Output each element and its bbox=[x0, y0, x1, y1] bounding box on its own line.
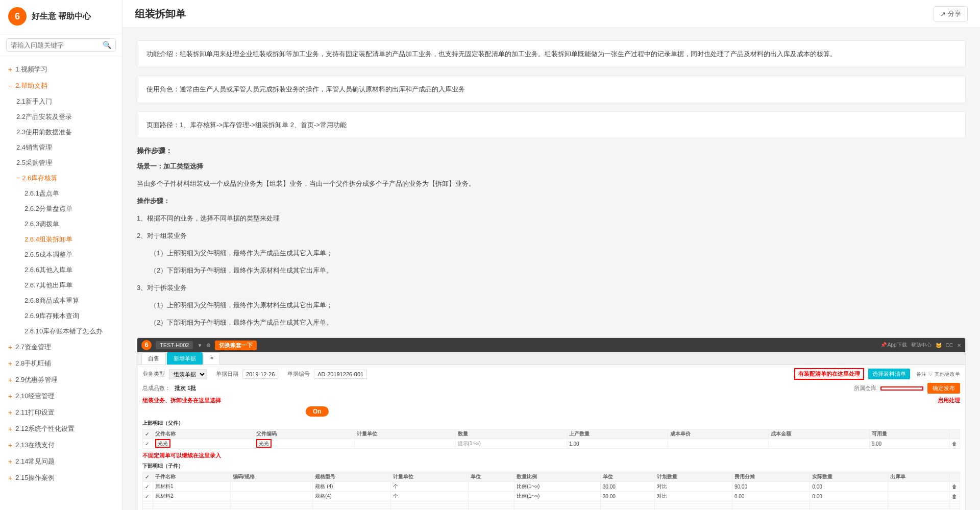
main-area: 组装拆卸单 ↗ 分享 功能介绍：组装拆卸单用来处理企业组装或拆卸等加工业务，支持… bbox=[122, 0, 980, 510]
screenshot-logo: 6 bbox=[141, 340, 152, 350]
intro-text-1: 功能介绍：组装拆卸单用来处理企业组装或拆卸等加工业务，支持有固定装配清单的产品加… bbox=[146, 50, 837, 58]
scene1-heading: 场景一：加工类型选择 bbox=[137, 160, 966, 173]
page-title: 组装拆卸单 bbox=[135, 7, 186, 21]
screenshot-lower-table: ✓ 子件名称 编码/规格 规格型号 计量单位 单位 数量比例 单位 计划数量 费… bbox=[142, 472, 960, 510]
sidebar-item-stock8[interactable]: 2.6.8商品成本重算 bbox=[0, 293, 122, 308]
screenshot-tab-list: 自售 bbox=[141, 352, 166, 365]
sidebar-item-faq[interactable]: + 2.14常见问题 bbox=[0, 453, 122, 470]
sidebar-item-stock7[interactable]: 2.6.7其他出库单 bbox=[0, 278, 122, 293]
sidebar-item-online[interactable]: + 2.13在线支付 bbox=[0, 437, 122, 453]
screenshot-confirm-btn[interactable]: 确定发布 bbox=[927, 383, 960, 394]
sidebar-item-print[interactable]: + 2.11打印设置 bbox=[0, 404, 122, 421]
sidebar-item-system[interactable]: + 2.12系统个性化设置 bbox=[0, 421, 122, 437]
screenshot-label-date: 单据日期 bbox=[216, 370, 238, 378]
screenshot-annotation-top: 有装配清单的在这里处理 bbox=[794, 368, 864, 380]
step2: 2、对于组装业务 bbox=[137, 229, 966, 242]
sidebar-item-video[interactable]: + 1.视频学习 bbox=[0, 61, 122, 78]
screenshot-annotation-bottom: 不固定清单可以继续在这里录入 bbox=[142, 452, 960, 459]
screenshot-no-value: AD-20191226-001 bbox=[314, 370, 367, 379]
screenshot-lower-table-label: 下部明细（子件） bbox=[142, 463, 960, 470]
scene1-desc: 当由多个子件材料组装成一个成品的业务为【组装】业务，当由一个父件拆分成多个子产品… bbox=[137, 177, 966, 190]
steps-sub-heading: 操作步骤： bbox=[137, 195, 966, 208]
sidebar-item-stock1[interactable]: 2.6.1盘点单 bbox=[0, 186, 122, 201]
search-area: 🔍 bbox=[0, 33, 122, 57]
sidebar-item-finance[interactable]: + 2.7资金管理 bbox=[0, 339, 122, 355]
sidebar-item-label: 2.帮助文档 bbox=[15, 81, 47, 90]
nav-list: + 1.视频学习 − 2.帮助文档 2.1新手入门 2.2产品安装及登录 2.3… bbox=[0, 57, 122, 510]
sidebar-item-install[interactable]: 2.2产品安装及登录 bbox=[0, 109, 122, 125]
screenshot-app-name: TEST-H002 bbox=[156, 341, 193, 349]
expand-icon: + bbox=[8, 65, 12, 74]
step1: 1、根据不同的业务，选择不同单据的类型来处理 bbox=[137, 212, 966, 225]
share-button[interactable]: ↗ 分享 bbox=[934, 6, 968, 21]
screenshot-tab-extra: × bbox=[204, 352, 220, 365]
screenshot-label-warehouse: 所属仓库 bbox=[854, 384, 876, 392]
expand-icon: + bbox=[8, 376, 12, 384]
expand-icon: + bbox=[8, 392, 12, 400]
sidebar-item-mobile[interactable]: + 2.8手机旺铺 bbox=[0, 355, 122, 372]
screenshot-label-no: 单据编号 bbox=[287, 370, 310, 378]
screenshot-qty-value: 批次 1批 bbox=[175, 384, 196, 392]
topbar: 组装拆卸单 ↗ 分享 bbox=[122, 0, 980, 28]
screenshot-warehouse-input[interactable] bbox=[880, 386, 923, 391]
screenshot-switch-btn: 切换账套一下 bbox=[215, 341, 257, 350]
sidebar-item-stock9[interactable]: 2.6.9库存账本查询 bbox=[0, 308, 122, 324]
expand-icon: + bbox=[8, 457, 12, 466]
expand-icon: + bbox=[8, 425, 12, 433]
step3: 3、对于拆装业务 bbox=[137, 281, 966, 295]
intro-text-2: 使用角色：通常由生产人员或库管人员完成拆装业务的操作，库管人员确认原材料的出库和… bbox=[146, 85, 465, 93]
intro-block-2: 使用角色：通常由生产人员或库管人员完成拆装业务的操作，库管人员确认原材料的出库和… bbox=[137, 76, 966, 103]
expand-icon: + bbox=[8, 474, 12, 482]
breadcrumb-block: 页面路径：1、库存核算->库存管理->组装拆卸单 2、首页->常用功能 bbox=[137, 111, 966, 138]
sidebar-item-stock6[interactable]: 2.6.6其他入库单 bbox=[0, 262, 122, 278]
search-input[interactable] bbox=[11, 41, 103, 49]
app-title: 好生意 帮助中心 bbox=[32, 11, 91, 22]
sidebar-item-stock2[interactable]: 2.6.2分量盘点单 bbox=[0, 201, 122, 216]
sidebar-item-new[interactable]: 2.1新手入门 bbox=[0, 94, 122, 109]
content-area: 功能介绍：组装拆卸单用来处理企业组装或拆卸等加工业务，支持有固定装配清单的产品加… bbox=[122, 28, 980, 510]
screenshot-btn-clear[interactable]: 选择装料清单 bbox=[868, 369, 910, 379]
search-icon[interactable]: 🔍 bbox=[103, 41, 111, 49]
logo-icon: 6 bbox=[8, 7, 27, 26]
expand-icon: + bbox=[8, 408, 12, 417]
screenshot-toggle-on[interactable]: On bbox=[306, 406, 329, 417]
sidebar-item-stock10[interactable]: 2.6.10库存账本错了怎么办 bbox=[0, 324, 122, 339]
search-box[interactable]: 🔍 bbox=[6, 38, 116, 52]
sidebar-item-purchase[interactable]: 2.5采购管理 bbox=[0, 155, 122, 171]
sidebar: 6 好生意 帮助中心 🔍 + 1.视频学习 − 2.帮助文档 2.1新手入门 2… bbox=[0, 0, 122, 510]
sidebar-item-stock5[interactable]: 2.6.5成本调整单 bbox=[0, 247, 122, 262]
sidebar-item-data[interactable]: 2.3使用前数据准备 bbox=[0, 125, 122, 140]
screenshot: 6 TEST-H002 ▼ ⚙ 切换账套一下 📌 App下载 帮助中心 🐱 CC… bbox=[137, 337, 966, 510]
sidebar-item-label: 1.视频学习 bbox=[15, 65, 47, 74]
sidebar-item-stock4[interactable]: 2.6.4组装拆卸单 bbox=[0, 232, 122, 247]
screenshot-tab-new: 新增单据 bbox=[167, 352, 203, 365]
sidebar-item-ops[interactable]: + 2.10经营管理 bbox=[0, 388, 122, 404]
sidebar-item-stock3[interactable]: 2.6.3调拨单 bbox=[0, 216, 122, 232]
screenshot-upper-table-label: 上部明细（父件） bbox=[142, 420, 960, 427]
sidebar-item-inventory[interactable]: − 2.6库存核算 bbox=[0, 171, 122, 186]
screenshot-date-value: 2019-12-26 bbox=[242, 370, 278, 379]
screenshot-annotation-process: 启用处理 bbox=[938, 397, 960, 404]
screenshot-annotation-assembly: 组装业务、拆卸业务在这里选择 bbox=[142, 397, 221, 404]
step3-1: （1）上部明细为父件明细，最终作为原材料生成其它出库单； bbox=[137, 299, 966, 312]
sidebar-item-sales[interactable]: 2.4销售管理 bbox=[0, 140, 122, 155]
sidebar-item-coupon[interactable]: + 2.9优惠券管理 bbox=[0, 372, 122, 388]
breadcrumb: 页面路径：1、库存核算->库存管理->组装拆卸单 2、首页->常用功能 bbox=[146, 121, 347, 129]
collapse-icon: − bbox=[8, 82, 12, 90]
screenshot-action-icons: 备注 ▽ 其他更改单 bbox=[916, 371, 960, 378]
step2-1: （1）上部明细为父件明细，最终作为产成品生成其它入库单； bbox=[137, 247, 966, 260]
expand-icon: + bbox=[8, 343, 12, 351]
share-icon: ↗ bbox=[940, 10, 946, 18]
collapse-icon: − bbox=[16, 174, 20, 182]
screenshot-label-qty: 总成品数： bbox=[142, 384, 170, 392]
step3-2: （2）下部明细为子件明细，最终作为产成品生成其它入库单。 bbox=[137, 316, 966, 329]
screenshot-label-type: 业务类型 bbox=[142, 370, 165, 378]
screenshot-select-type[interactable]: 组装单据 拆卸单据 bbox=[169, 369, 207, 379]
intro-block-1: 功能介绍：组装拆卸单用来处理企业组装或拆卸等加工业务，支持有固定装配清单的产品加… bbox=[137, 40, 966, 67]
steps-heading: 操作步骤： bbox=[137, 147, 966, 156]
step2-2: （2）下部明细为子件明细，最终作为原材料生成其它出库单。 bbox=[137, 264, 966, 277]
sidebar-item-docs[interactable]: − 2.帮助文档 bbox=[0, 78, 122, 94]
sidebar-item-cases[interactable]: + 2.15操作案例 bbox=[0, 470, 122, 486]
screenshot-upper-table: ✓ 父件名称 父件编码 计量单位 数量 上产数量 成本单价 成本金额 可用量 bbox=[142, 429, 960, 449]
logo-area: 6 好生意 帮助中心 bbox=[0, 0, 122, 33]
